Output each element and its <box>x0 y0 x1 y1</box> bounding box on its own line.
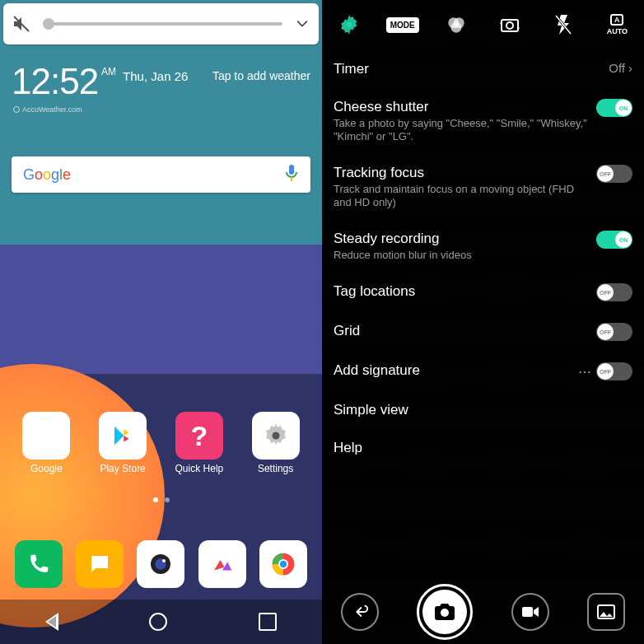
svg-point-9 <box>280 561 287 568</box>
setting-title: Tracking focus <box>334 165 588 181</box>
setting-value: Off› <box>609 61 632 75</box>
setting-help[interactable]: Help <box>334 430 632 468</box>
setting-tracking[interactable]: Tracking focusTrack and maintain focus o… <box>334 155 632 221</box>
app-label: Play Store <box>100 463 145 474</box>
toggle-knob: OFF <box>597 324 614 340</box>
camera-settings-icon[interactable] <box>337 12 362 37</box>
setting-subtitle: Take a photo by saying "Cheese," "Smile,… <box>334 117 588 143</box>
volume-slider[interactable] <box>43 22 282 26</box>
setting-title: Grid <box>334 323 360 339</box>
toggle-tracking[interactable]: OFF <box>596 165 632 183</box>
setting-title: Simple view <box>334 402 408 418</box>
clock-widget[interactable]: 12:52 AM Thu, Jan 26 Tap to add weather <box>12 61 310 102</box>
app-label: Settings <box>258 463 293 474</box>
setting-timer[interactable]: TimerOff› <box>334 51 632 89</box>
hotseat <box>0 540 322 588</box>
toggle-knob: OFF <box>597 166 614 182</box>
toggle-knob: ON <box>615 100 632 116</box>
camera-settings-screen: MODE AAUTO TimerOff›Cheese shutterTake a… <box>322 0 644 644</box>
more-icon[interactable]: ⋯ <box>578 364 591 380</box>
svg-point-15 <box>506 22 513 29</box>
gear-icon <box>252 412 300 460</box>
setting-title: Steady recording <box>334 231 472 247</box>
setting-subtitle: Track and maintain focus on a moving obj… <box>334 183 588 209</box>
flash-off-icon[interactable] <box>551 12 576 37</box>
camera-settings-list: TimerOff›Cheese shutterTake a photo by s… <box>322 51 644 578</box>
svg-point-19 <box>441 609 449 617</box>
android-navbar <box>0 600 322 644</box>
video-mode-button[interactable] <box>511 593 549 631</box>
toggle-knob: OFF <box>597 363 614 380</box>
app-label: Quick Help <box>175 463 224 474</box>
camera-top-toolbar: MODE AAUTO <box>322 7 644 43</box>
app-camera[interactable] <box>137 540 184 588</box>
setting-sig[interactable]: Add signature⋯OFF <box>334 352 632 392</box>
app-play-store[interactable]: Play Store <box>85 412 161 474</box>
chevron-right-icon: › <box>628 61 632 75</box>
auto-mode-button[interactable]: AAUTO <box>604 12 629 37</box>
toggle-tagloc[interactable]: OFF <box>596 283 632 301</box>
setting-title: Timer <box>334 61 369 77</box>
camera-icon <box>422 590 467 634</box>
toggle-cheese[interactable]: ON <box>596 99 632 117</box>
gallery-thumbnail-button[interactable] <box>587 593 625 631</box>
home-screen: 12:52 AM Thu, Jan 26 Tap to add weather … <box>0 0 322 644</box>
shutter-button[interactable] <box>417 584 473 640</box>
volume-panel[interactable] <box>3 3 319 44</box>
switch-camera-icon[interactable] <box>497 12 522 37</box>
play-store-icon <box>99 412 147 460</box>
filters-icon[interactable] <box>444 12 469 37</box>
app-settings[interactable]: Settings <box>237 412 314 474</box>
app-google-folder[interactable]: Google <box>8 412 85 474</box>
app-gallery[interactable] <box>198 540 246 588</box>
svg-rect-20 <box>522 607 533 617</box>
nav-home-button[interactable] <box>149 613 167 631</box>
camera-mode-button[interactable]: MODE <box>390 12 415 37</box>
setting-grid[interactable]: GridOFF <box>334 313 632 352</box>
clock-date: Thu, Jan 26 <box>123 69 188 83</box>
setting-steady[interactable]: Steady recordingReduce motion blur in vi… <box>334 221 632 273</box>
toggle-grid[interactable]: OFF <box>596 323 632 341</box>
volume-mute-icon <box>12 14 31 34</box>
mic-icon[interactable] <box>284 164 299 185</box>
setting-subtitle: Reduce motion blur in videos <box>334 249 472 262</box>
toggle-knob: OFF <box>597 284 614 301</box>
camera-bottom-bar <box>322 580 644 644</box>
google-logo: Google <box>23 166 71 184</box>
app-chrome[interactable] <box>259 540 307 588</box>
setting-title: Add signature <box>334 362 420 379</box>
setting-simple[interactable]: Simple view <box>334 392 632 430</box>
setting-title: Help <box>334 440 362 456</box>
quick-help-icon: ? <box>175 412 223 460</box>
app-messages[interactable] <box>76 540 124 588</box>
setting-cheese[interactable]: Cheese shutterTake a photo by saying "Ch… <box>334 89 632 155</box>
app-phone[interactable] <box>15 540 63 588</box>
toggle-knob: ON <box>615 231 632 248</box>
setting-title: Cheese shutter <box>334 99 588 115</box>
setting-tagloc[interactable]: Tag locationsOFF <box>334 273 632 313</box>
add-weather-link[interactable]: Tap to add weather <box>212 69 310 82</box>
camera-back-button[interactable] <box>341 593 379 631</box>
app-quick-help[interactable]: ? Quick Help <box>161 412 238 474</box>
folder-icon <box>22 412 70 460</box>
svg-rect-1 <box>289 165 294 175</box>
clock-ampm: AM <box>101 66 116 77</box>
setting-title: Tag locations <box>334 283 415 300</box>
clock-time: 12:52 <box>12 61 98 102</box>
nav-recent-button[interactable] <box>259 613 277 631</box>
toggle-steady[interactable]: ON <box>596 231 632 249</box>
svg-point-13 <box>450 22 461 33</box>
app-row: Google Play Store ? Quick Help Settings <box>0 412 322 474</box>
accuweather-credit: AccuWeather.com <box>13 105 82 114</box>
svg-point-6 <box>162 559 166 562</box>
page-indicator <box>0 496 322 504</box>
nav-back-button[interactable] <box>45 613 58 631</box>
toggle-sig[interactable]: OFF <box>596 362 632 380</box>
app-label: Google <box>30 463 63 474</box>
chevron-down-icon[interactable] <box>294 16 310 32</box>
google-search-bar[interactable]: Google <box>12 156 310 193</box>
